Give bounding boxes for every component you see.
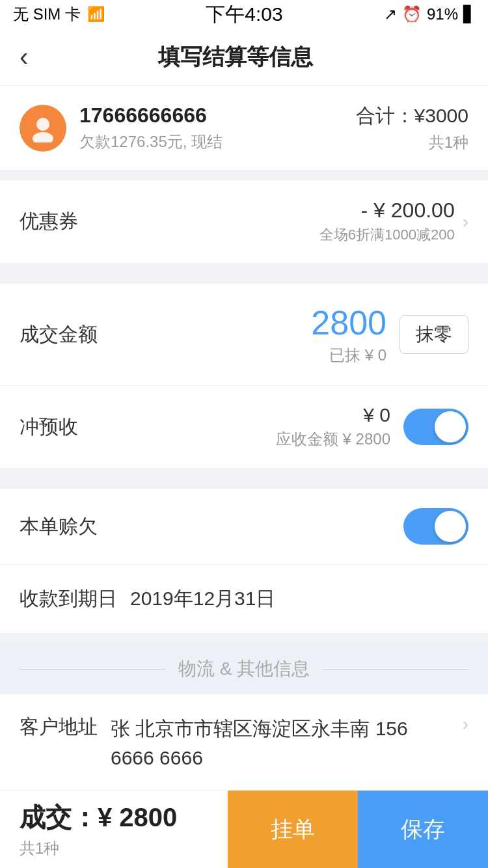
wifi-icon: 📶 (87, 6, 105, 23)
amount-block: 2800 已抹 ¥ 0 (311, 303, 386, 366)
bottom-bar: 成交：¥ 2800 共1种 挂单 保存 (0, 790, 488, 868)
round-zero-button[interactable]: 抹零 (400, 315, 468, 354)
coupon-desc: 全场6折满1000减200 (319, 225, 455, 245)
precollect-row: 冲预收 ¥ 0 应收金额 ¥ 2800 (0, 386, 488, 468)
hold-button[interactable]: 挂单 (228, 791, 358, 868)
battery-icon: ▋ (463, 5, 475, 23)
coupon-right: - ¥ 200.00 全场6折满1000减200 › (319, 198, 468, 245)
avatar (20, 105, 66, 152)
transaction-label: 成交金额 (20, 321, 98, 348)
divider-1 (0, 170, 488, 180)
bottom-count: 共1种 (20, 838, 208, 859)
nav-bar: ‹ 填写结算等信息 (0, 29, 488, 86)
svg-point-0 (36, 118, 49, 131)
precollect-label: 冲预收 (20, 414, 78, 441)
bottom-summary: 成交：¥ 2800 共1种 (0, 800, 228, 859)
customer-sub: 欠款1276.35元, 现结 (79, 131, 223, 152)
debit-row: 本单赊欠 (0, 489, 488, 565)
coupon-amount: - ¥ 200.00 (319, 198, 455, 223)
total-amount: 合计：¥3000 (356, 103, 468, 129)
precollect-sub: 应收金额 ¥ 2800 (276, 429, 390, 450)
sub-amount: 已抹 ¥ 0 (311, 345, 386, 366)
transaction-amount-row: 成交金额 2800 已抹 ¥ 0 抹零 (0, 284, 488, 386)
transaction-section: 成交金额 2800 已抹 ¥ 0 抹零 冲预收 ¥ 0 应收金额 ¥ 2800 (0, 284, 488, 468)
customer-card: 17666666666 欠款1276.35元, 现结 合计：¥3000 共1种 (0, 86, 488, 170)
divider-3 (0, 468, 488, 478)
logistics-line-right (323, 669, 468, 670)
logistics-header: 物流 & 其他信息 (0, 644, 488, 694)
coupon-label: 优惠券 (20, 208, 78, 235)
divider-2 (0, 263, 488, 273)
back-button[interactable]: ‹ (20, 42, 41, 72)
logistics-title: 物流 & 其他信息 (165, 657, 323, 681)
duedate-value: 2019年12月31日 (130, 586, 275, 612)
location-icon: ↗ (384, 5, 397, 23)
content: 17666666666 欠款1276.35元, 现结 合计：¥3000 共1种 … (0, 86, 488, 868)
bottom-deal: 成交：¥ 2800 (20, 800, 208, 835)
coupon-text-block: - ¥ 200.00 全场6折满1000减200 (319, 198, 455, 245)
debit-section: 本单赊欠 (0, 489, 488, 565)
svg-point-1 (33, 132, 53, 142)
status-time: 下午4:03 (206, 1, 282, 28)
chevron-right-icon: › (463, 211, 468, 232)
precollect-amount-block: ¥ 0 应收金额 ¥ 2800 (276, 404, 390, 450)
total-count: 共1种 (356, 132, 468, 153)
customer-info: 17666666666 欠款1276.35元, 现结 (79, 103, 223, 152)
alarm-icon: ⏰ (402, 5, 422, 23)
duedate-label: 收款到期日 (20, 586, 117, 612)
battery-text: 91% (427, 5, 458, 23)
address-label: 客户地址 (20, 714, 98, 740)
debit-toggle[interactable] (403, 508, 468, 545)
precollect-main: ¥ 0 (276, 404, 390, 426)
address-value: 张 北京市市辖区海淀区永丰南 156 6666 6666 (111, 714, 456, 772)
no-sim-text: 无 SIM 卡 (13, 4, 81, 25)
address-chevron-icon: › (463, 714, 468, 735)
status-right: ↗ ⏰ 91% ▋ (384, 5, 475, 23)
address-chevron: › (456, 714, 468, 735)
save-button[interactable]: 保存 (358, 791, 488, 868)
debit-label: 本单赊欠 (20, 513, 98, 540)
address-row[interactable]: 客户地址 张 北京市市辖区海淀区永丰南 156 6666 6666 › (0, 694, 488, 792)
logistics-line-left (20, 669, 165, 670)
status-left: 无 SIM 卡 📶 (13, 4, 105, 25)
precollect-toggle[interactable] (403, 409, 468, 445)
main-amount: 2800 (311, 303, 386, 342)
transaction-right: 2800 已抹 ¥ 0 抹零 (311, 303, 468, 366)
logistics-divider (0, 633, 488, 644)
coupon-row[interactable]: 优惠券 - ¥ 200.00 全场6折满1000减200 › (0, 180, 488, 263)
debit-toggle-knob (435, 511, 466, 542)
bottom-actions: 挂单 保存 (228, 791, 488, 868)
toggle-knob (435, 411, 466, 442)
bottom-deal-label: 成交： (20, 803, 98, 832)
customer-right: 合计：¥3000 共1种 (356, 103, 468, 153)
bottom-deal-amount: ¥ 2800 (98, 803, 177, 832)
precollect-right: ¥ 0 应收金额 ¥ 2800 (276, 404, 468, 450)
customer-phone: 17666666666 (79, 103, 223, 128)
customer-left: 17666666666 欠款1276.35元, 现结 (20, 103, 223, 152)
page-title: 填写结算等信息 (41, 42, 429, 72)
duedate-row: 收款到期日 2019年12月31日 (0, 565, 488, 633)
status-bar: 无 SIM 卡 📶 下午4:03 ↗ ⏰ 91% ▋ (0, 0, 488, 29)
